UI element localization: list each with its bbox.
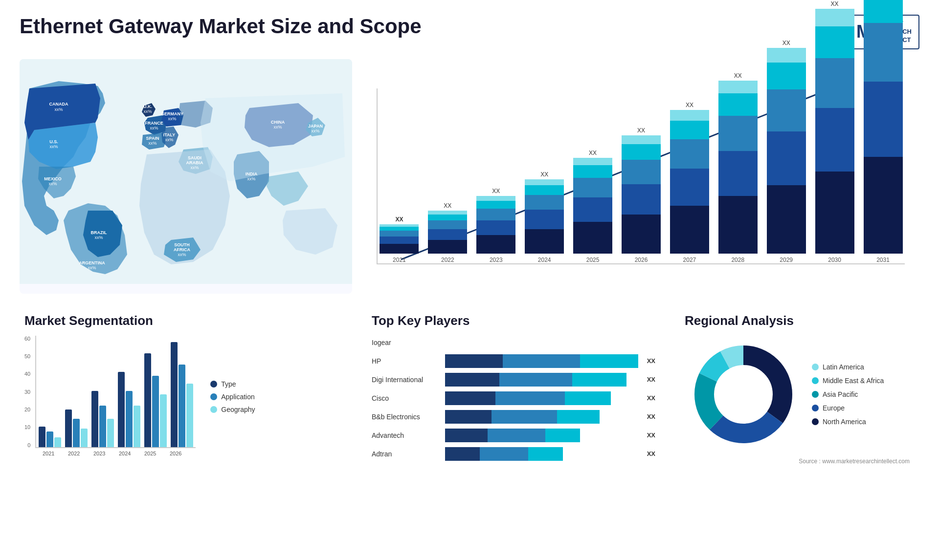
svg-text:xx%: xx% — [178, 252, 186, 257]
svg-text:BRAZIL: BRAZIL — [91, 230, 107, 235]
bar-seg1-digi — [445, 373, 499, 387]
bar-2027: XX 2027 — [668, 88, 711, 263]
bar-chart-section: XX 2021 XX — [362, 59, 919, 294]
bar-seg2-bb — [492, 410, 557, 424]
bar-seg2-hp — [503, 354, 580, 368]
player-bar-iogear — [445, 336, 647, 349]
svg-text:INDIA: INDIA — [246, 172, 258, 176]
svg-text:xx%: xx% — [88, 265, 96, 270]
world-map-svg: CANADA xx% U.S. xx% MEXICO xx% BRAZIL xx… — [20, 59, 352, 284]
bar-seg2-cisco — [495, 391, 565, 405]
bar-seg2-advantech — [488, 429, 545, 442]
bar-seg2-adtran — [480, 447, 528, 461]
legend-asia-pacific: Asia Pacific — [812, 390, 884, 398]
bar-2030: XX 2030 — [813, 88, 856, 263]
bar-seg2-digi — [499, 373, 573, 387]
y-label-30: 30 — [24, 389, 30, 395]
legend-type-label: Type — [221, 380, 236, 388]
bar-seg1-hp — [445, 354, 503, 368]
legend-latin-america: Latin America — [812, 363, 884, 371]
legend-geo-dot — [210, 406, 217, 413]
bar-2025: XX 2025 — [571, 88, 615, 263]
player-hp: HP XX — [372, 354, 655, 368]
legend-geo-label: Geography — [221, 406, 255, 413]
bar-seg1-bb — [445, 410, 492, 424]
svg-text:xx%: xx% — [150, 126, 158, 130]
regional-legend: Latin America Middle East & Africa Asia … — [812, 363, 884, 426]
player-name-iogear: Iogear — [372, 339, 440, 346]
svg-text:xx%: xx% — [49, 144, 58, 149]
label-europe: Europe — [823, 404, 845, 412]
x-label-2024: 2024 — [114, 451, 135, 456]
svg-point-41 — [716, 367, 771, 422]
bar-seg3-digi — [572, 373, 626, 387]
y-label-60: 60 — [24, 336, 30, 342]
dot-north-america — [812, 418, 819, 425]
player-name-cisco: Cisco — [372, 394, 440, 402]
player-name-hp: HP — [372, 357, 440, 365]
bar-2024: XX 2024 — [523, 88, 566, 263]
dot-europe — [812, 405, 819, 411]
svg-text:ARABIA: ARABIA — [186, 160, 203, 165]
player-name-digi: Digi International — [372, 376, 440, 384]
y-label-50: 50 — [24, 353, 30, 359]
svg-text:ITALY: ITALY — [163, 132, 176, 137]
label-middle-east: Middle East & Africa — [823, 377, 884, 385]
bar-2021: XX 2021 — [378, 88, 421, 263]
svg-text:xx%: xx% — [247, 176, 255, 181]
seg-bar-2026 — [171, 342, 193, 447]
player-name-advantech: Advantech — [372, 431, 440, 439]
label-north-america: North America — [823, 418, 866, 426]
donut-svg — [685, 336, 802, 453]
player-iogear: Iogear — [372, 336, 655, 349]
player-name-adtran: Adtran — [372, 450, 440, 458]
label-latin-america: Latin America — [823, 363, 864, 371]
svg-text:U.K.: U.K. — [143, 104, 152, 109]
bar-2028: XX 2028 — [716, 88, 760, 263]
world-map-section: CANADA xx% U.S. xx% MEXICO xx% BRAZIL xx… — [20, 59, 352, 294]
seg-bar-2023 — [91, 391, 114, 447]
player-xx-bb: XX — [647, 413, 655, 420]
seg-legend: Type Application Geography — [210, 336, 255, 458]
legend-geography: Geography — [210, 406, 255, 413]
seg-bar-2022 — [65, 409, 88, 447]
player-bar-cisco — [445, 391, 638, 405]
bar-seg3-bb — [557, 410, 600, 424]
dot-latin-america — [812, 364, 819, 370]
bar-2029: XX 2029 — [764, 88, 808, 263]
bar-seg1-cisco — [445, 391, 495, 405]
bar-seg3-advantech — [545, 429, 580, 442]
svg-text:xx%: xx% — [148, 141, 156, 146]
legend-app-label: Application — [221, 393, 255, 401]
x-label-2022: 2022 — [63, 451, 85, 456]
bar-value-2021: XX — [395, 216, 403, 223]
player-bar-bb — [445, 410, 638, 424]
player-xx-digi: XX — [647, 376, 655, 383]
svg-text:xx%: xx% — [48, 181, 57, 186]
bar-seg3-adtran — [528, 447, 563, 461]
svg-text:SAUDI: SAUDI — [188, 155, 201, 160]
svg-text:xx%: xx% — [168, 116, 176, 121]
svg-text:xx%: xx% — [165, 137, 173, 142]
donut-container: Latin America Middle East & Africa Asia … — [685, 336, 910, 453]
legend-middle-east: Middle East & Africa — [812, 377, 884, 385]
svg-text:FRANCE: FRANCE — [145, 121, 163, 126]
players-section: Top Key Players Iogear HP XX Digi Intern… — [362, 308, 665, 471]
y-label-10: 10 — [24, 424, 30, 430]
main-grid: CANADA xx% U.S. xx% MEXICO xx% BRAZIL xx… — [20, 59, 919, 303]
svg-text:SPAIN: SPAIN — [146, 136, 159, 141]
player-bar-digi — [445, 373, 638, 387]
y-label-20: 20 — [24, 407, 30, 412]
player-bar-hp — [445, 354, 638, 368]
bar-seg1-advantech — [445, 429, 488, 442]
svg-text:JAPAN: JAPAN — [308, 124, 323, 129]
bar-seg1-adtran — [445, 447, 480, 461]
seg-bar-2024 — [118, 372, 140, 447]
bar-2031: XX 2031 — [861, 88, 905, 263]
svg-text:AFRICA: AFRICA — [174, 247, 190, 252]
svg-text:xx%: xx% — [273, 125, 282, 129]
player-advantech: Advantech XX — [372, 429, 655, 442]
y-label-40: 40 — [24, 371, 30, 377]
svg-text:xx%: xx% — [54, 107, 63, 112]
svg-text:xx%: xx% — [143, 109, 152, 114]
